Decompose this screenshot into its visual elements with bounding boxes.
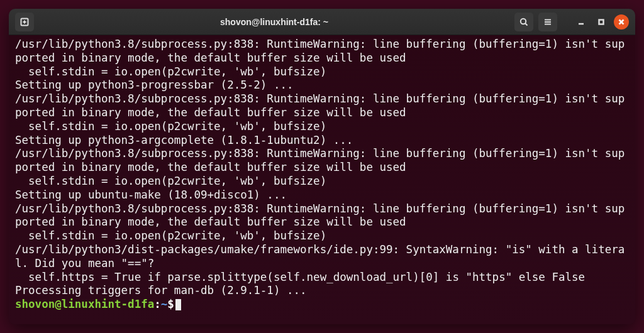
terminal-line: Processing triggers for man-db (2.9.1-1)… bbox=[15, 284, 307, 297]
minimize-icon bbox=[578, 19, 584, 25]
cursor bbox=[175, 299, 181, 310]
new-tab-icon bbox=[19, 17, 30, 27]
terminal-line: /usr/lib/python3.8/subprocess.py:838: Ru… bbox=[15, 147, 625, 173]
prompt-end: $ bbox=[167, 298, 174, 310]
menu-button[interactable] bbox=[538, 13, 557, 31]
terminal-line: self.stdin = io.open(p2cwrite, 'wb', buf… bbox=[15, 175, 326, 187]
prompt-separator: : bbox=[154, 298, 161, 310]
close-button[interactable] bbox=[614, 14, 629, 30]
close-icon bbox=[618, 19, 625, 25]
terminal-body[interactable]: /usr/lib/python3.8/subprocess.py:838: Ru… bbox=[9, 35, 635, 324]
terminal-line: /usr/lib/python3.8/subprocess.py:838: Ru… bbox=[15, 92, 625, 119]
terminal-line: /usr/lib/python3.8/subprocess.py:838: Ru… bbox=[15, 202, 625, 229]
search-icon bbox=[519, 17, 529, 27]
terminal-line: self.stdin = io.open(p2cwrite, 'wb', buf… bbox=[15, 229, 326, 242]
terminal-line: /usr/lib/python3.8/subprocess.py:838: Ru… bbox=[15, 38, 625, 64]
terminal-line: Setting up python3-argcomplete (1.8.1-1u… bbox=[15, 134, 353, 146]
svg-line-4 bbox=[525, 23, 527, 25]
new-tab-button[interactable] bbox=[15, 13, 34, 31]
terminal-line: self.stdin = io.open(p2cwrite, 'wb', buf… bbox=[15, 120, 326, 133]
hamburger-icon bbox=[543, 17, 553, 27]
svg-rect-9 bbox=[599, 19, 604, 24]
terminal-line: self.stdin = io.open(p2cwrite, 'wb', buf… bbox=[15, 65, 326, 78]
maximize-button[interactable] bbox=[594, 14, 609, 30]
svg-point-3 bbox=[521, 18, 526, 23]
titlebar: shovon@linuxhint-d1fa: ~ bbox=[9, 9, 635, 35]
minimize-button[interactable] bbox=[574, 14, 589, 30]
terminal-line: self.https = True if parse.splittype(sel… bbox=[15, 271, 585, 283]
prompt-path: ~ bbox=[161, 298, 168, 310]
maximize-icon bbox=[598, 19, 604, 25]
terminal-line: /usr/lib/python3/dist-packages/umake/fra… bbox=[15, 243, 625, 270]
terminal-line: Setting up ubuntu-make (18.09+disco1) ..… bbox=[15, 188, 287, 201]
search-button[interactable] bbox=[514, 13, 533, 31]
prompt-user-host: shovon@linuxhint-d1fa bbox=[15, 298, 154, 310]
terminal-line: Setting up python3-progressbar (2.5-2) .… bbox=[15, 79, 294, 91]
terminal-window: shovon@linuxhint-d1fa: ~ bbox=[9, 9, 635, 324]
window-title: shovon@linuxhint-d1fa: ~ bbox=[39, 17, 509, 27]
